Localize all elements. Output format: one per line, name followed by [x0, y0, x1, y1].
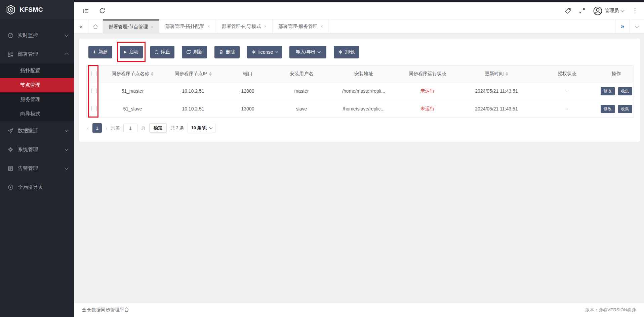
sidebar-item-realtime-monitor[interactable]: 实时监控 — [0, 26, 74, 45]
chevron-down-icon — [275, 50, 278, 53]
sort-icon[interactable] — [506, 71, 508, 77]
home-tab-icon[interactable] — [88, 19, 103, 33]
chevron-down-icon — [620, 8, 624, 12]
sidebar-item-label: 告警管理 — [18, 165, 65, 172]
tabs-scroll-left-icon[interactable]: « — [74, 19, 88, 33]
content-area: + 新建 ▶ 启动 停止 — [74, 34, 644, 302]
close-icon[interactable]: × — [207, 24, 210, 29]
refresh-page-icon[interactable] — [99, 8, 105, 14]
cell-port: 12000 — [223, 82, 273, 100]
start-button[interactable]: ▶ 启动 — [120, 46, 143, 58]
select-all-checkbox[interactable] — [91, 71, 97, 76]
column-header-license: 授权状态 — [558, 71, 576, 76]
button-label: 卸载 — [345, 49, 355, 55]
sidebar-item-system-manage[interactable]: 系统管理 — [0, 140, 74, 159]
row-checkbox[interactable] — [91, 106, 97, 111]
node-manage-panel: + 新建 ▶ 启动 停止 — [79, 39, 640, 142]
paper-plane-icon — [7, 128, 13, 134]
import-export-button[interactable]: 导入/导出 — [289, 46, 326, 58]
more-icon[interactable]: ⋮ — [632, 8, 638, 14]
column-header-user: 安装用户名 — [290, 71, 313, 76]
refresh-button[interactable]: 刷新 — [182, 46, 207, 58]
chevron-up-icon — [65, 53, 68, 56]
sidebar-item-label: 实时监控 — [18, 32, 65, 39]
collapse-sidebar-icon[interactable] — [83, 8, 89, 14]
column-header-actions: 操作 — [612, 71, 621, 76]
column-header-name: 同步程序节点名称 — [112, 71, 149, 77]
sort-icon[interactable] — [151, 71, 154, 77]
delete-button[interactable]: 删除 — [214, 46, 240, 58]
user-label: 管理员 — [605, 8, 619, 14]
snowflake-icon — [338, 50, 343, 54]
goto-prefix-label: 到第 — [111, 125, 120, 131]
confirm-button[interactable]: 确定 — [149, 123, 167, 133]
edit-button[interactable]: 修改 — [601, 87, 615, 95]
refresh-icon — [186, 50, 191, 54]
sidebar-item-data-migration[interactable]: 数据搬迁 — [0, 121, 74, 140]
collect-button[interactable]: 收集 — [618, 105, 632, 113]
cell-user: slave — [273, 100, 330, 118]
button-label: 新建 — [98, 49, 108, 55]
chevron-down-icon — [65, 128, 68, 132]
column-header-status: 同步程序运行状态 — [409, 71, 446, 76]
tab-topology-config[interactable]: 部署管理-拓扑配置 × — [159, 19, 216, 33]
close-icon[interactable]: × — [320, 24, 323, 29]
tab-wizard-mode[interactable]: 部署管理-向导模式 × — [216, 19, 273, 33]
new-button[interactable]: + 新建 — [88, 46, 112, 58]
page-size-label: 10 条/页 — [191, 125, 207, 131]
uninstall-button[interactable]: 卸载 — [334, 46, 359, 58]
tab-node-manage[interactable]: 部署管理-节点管理 × — [103, 19, 159, 33]
gauge-icon — [7, 33, 13, 38]
user-menu[interactable]: 管理员 — [593, 6, 624, 15]
page-size-select[interactable]: 10 条/页 — [188, 123, 215, 133]
footer-version-label: 版本：@@VERSION@@ — [586, 307, 636, 313]
cell-port: 13000 — [223, 100, 273, 118]
license-button[interactable]: license — [247, 46, 282, 58]
tab-label: 部署管理-拓扑配置 — [165, 24, 204, 30]
edit-button[interactable]: 修改 — [601, 105, 615, 113]
tab-label: 部署管理-节点管理 — [109, 24, 148, 30]
node-table: 同步程序节点名称 同步程序节点IP 端口 安装用户名 安装地址 同步程序运行状态… — [86, 65, 634, 118]
fullscreen-icon[interactable] — [579, 8, 585, 14]
prev-page-icon[interactable]: ‹ — [87, 125, 89, 131]
sidebar-item-wizard-mode[interactable]: 向导模式 — [0, 107, 74, 121]
footer-platform-name: 金仓数据同步管理平台 — [82, 307, 129, 313]
sidebar-item-deploy-manage[interactable]: 部署管理 — [0, 45, 74, 63]
tabs-menu-icon[interactable] — [630, 19, 644, 33]
sidebar-item-node-manage[interactable]: 节点管理 — [0, 78, 74, 92]
page-number-button[interactable]: 1 — [92, 123, 102, 133]
snowflake-icon — [251, 50, 256, 54]
play-icon: ▶ — [124, 50, 127, 54]
avatar — [593, 6, 602, 15]
tabbar: « 部署管理-节点管理 × 部署管理-拓扑配置 × 部署管理-向导模式 × 部署… — [74, 19, 644, 34]
close-icon[interactable]: × — [151, 25, 154, 30]
button-label: license — [258, 49, 273, 55]
open-tabs: 部署管理-节点管理 × 部署管理-拓扑配置 × 部署管理-向导模式 × 部署管理… — [103, 19, 615, 33]
footer: 金仓数据同步管理平台 版本：@@VERSION@@ — [74, 302, 644, 317]
chevron-down-icon — [209, 126, 213, 129]
submenu-item-label: 服务管理 — [20, 96, 40, 103]
row-checkbox[interactable] — [91, 88, 97, 93]
button-label: 停止 — [161, 49, 170, 55]
goto-page-input[interactable] — [123, 124, 137, 132]
topbar: 管理员 ⋮ — [74, 2, 644, 19]
close-icon[interactable]: × — [264, 24, 267, 29]
cell-node-ip: 10.10.2.51 — [164, 82, 223, 100]
tag-icon[interactable] — [565, 8, 571, 14]
next-page-icon[interactable]: › — [106, 125, 107, 131]
grid-icon — [7, 51, 13, 57]
sort-icon[interactable] — [209, 71, 212, 77]
chevron-down-icon — [65, 147, 68, 151]
sidebar-item-alarm-manage[interactable]: 告警管理 — [0, 159, 74, 178]
sidebar-item-global-guide[interactable]: 全局引导页 — [0, 178, 74, 196]
stop-button[interactable]: 停止 — [150, 46, 174, 58]
sidebar-item-service-manage[interactable]: 服务管理 — [0, 92, 74, 107]
toolbar: + 新建 ▶ 启动 停止 — [88, 46, 634, 58]
tabs-scroll-right-icon[interactable]: » — [615, 19, 630, 33]
deploy-submenu: 拓扑配置 节点管理 服务管理 向导模式 — [0, 63, 74, 121]
button-label: 删除 — [226, 49, 235, 55]
tab-service-manage[interactable]: 部署管理-服务管理 × — [273, 19, 329, 33]
collect-button[interactable]: 收集 — [618, 87, 632, 95]
sidebar-item-topology-config[interactable]: 拓扑配置 — [0, 63, 74, 78]
pagination: ‹ 1 › 到第 页 确定 共 2 条 10 条/页 — [86, 123, 634, 133]
